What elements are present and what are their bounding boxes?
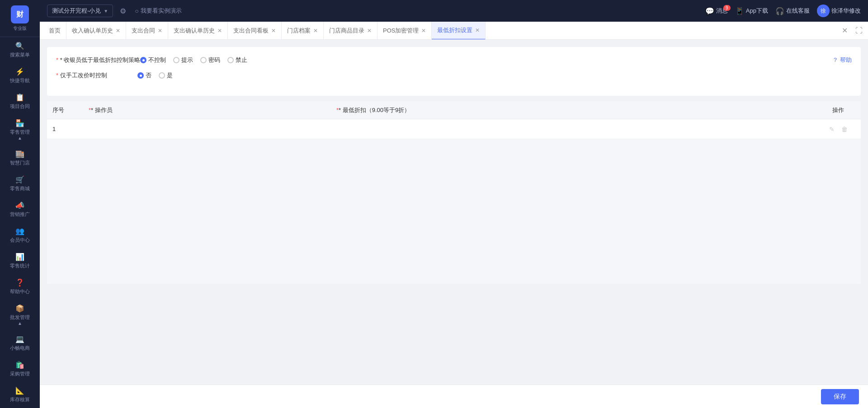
chevron-icon-10: ▲ xyxy=(18,321,22,326)
main-area: 测试分开完程-小兑 ▼ ⚙ 我要看实例演示 💬 消息 9 📱 App下载 🎧 在… xyxy=(40,0,868,408)
radio-option-2-否[interactable]: 否 xyxy=(137,71,151,80)
sidebar-icon-6: 📣 xyxy=(15,201,24,210)
delete-btn-0[interactable]: 🗑 xyxy=(839,124,850,135)
sidebar-item-10[interactable]: 📦 批发管理 ▲ xyxy=(0,300,40,330)
tab-close-8[interactable]: ✕ xyxy=(475,27,480,33)
form-row-1: * * 收银员低于最低折扣控制策略 不控制 提示 密码 禁止 ？ 帮助 xyxy=(56,56,852,64)
tab-2[interactable]: 支出合同✕ xyxy=(126,22,168,40)
sidebar-item-12[interactable]: 🛍️ 采购管理 xyxy=(0,356,40,382)
tab-3[interactable]: 支出确认单历史✕ xyxy=(168,22,228,40)
tabbar: 首页收入确认单历史✕支出合同✕支出确认单历史✕支出合同看板✕门店档案✕门店商品目… xyxy=(40,22,868,40)
radio-circle-不控制 xyxy=(140,57,146,63)
radio-circle-禁止 xyxy=(227,57,234,63)
sidebar-item-11[interactable]: 💻 小畅电商 xyxy=(0,330,40,356)
sidebar-item-4[interactable]: 🏬 智慧门店 xyxy=(0,145,40,171)
col-discount-header: ** 最低折扣（9.00等于9折） xyxy=(331,106,816,114)
radio-option-禁止[interactable]: 禁止 xyxy=(227,56,247,64)
radio-option-2-是[interactable]: 是 xyxy=(159,71,173,80)
radio-option-提示[interactable]: 提示 xyxy=(173,56,193,64)
save-button[interactable]: 保存 xyxy=(821,389,859,404)
topbar-settings-btn[interactable]: ⚙ xyxy=(117,5,129,17)
notifications-btn[interactable]: 💬 消息 9 xyxy=(705,7,728,15)
tab-5[interactable]: 门店档案✕ xyxy=(282,22,324,40)
sidebar-label-6: 营销推广 xyxy=(10,211,30,218)
online-service-btn[interactable]: 🎧 在线客服 xyxy=(775,7,810,15)
sidebar-icon-8: 📊 xyxy=(15,253,24,261)
sidebar-item-5[interactable]: 🛒 零售商城 xyxy=(0,171,40,197)
sidebar-icon-10: 📦 xyxy=(15,304,24,313)
tab-close-all-btn[interactable]: ✕ xyxy=(839,25,850,36)
discount-table: 序号 ** 操作员 ** 最低折扣（9.00等于9折） 操作 1 ✎ 🗑 xyxy=(47,101,861,284)
radio-circle-2-是 xyxy=(159,72,165,79)
cell-index-0: 1 xyxy=(47,126,83,132)
sidebar: 财 专业版 🔍 搜索菜单 ⚡ 快捷导航 📋 项目合同 🏪 零售管理 ▲ 🏬 智慧… xyxy=(0,0,40,408)
tab-label-4: 支出合同看板 xyxy=(233,27,269,35)
sidebar-icon-13: 📐 xyxy=(15,386,24,395)
radio-group-2: 否 是 xyxy=(137,71,173,80)
sidebar-label-12: 采购管理 xyxy=(10,370,30,377)
radio-label-不控制: 不控制 xyxy=(148,56,166,64)
sidebar-item-0[interactable]: 🔍 搜索菜单 xyxy=(0,37,40,63)
radio-option-密码[interactable]: 密码 xyxy=(200,56,220,64)
sidebar-icon-4: 🏬 xyxy=(15,150,24,158)
sidebar-item-13[interactable]: 📐 库存核算 xyxy=(0,382,40,408)
radio-circle-密码 xyxy=(200,57,207,63)
project-selector[interactable]: 测试分开完程-小兑 ▼ xyxy=(47,5,113,17)
content-area: * * 收银员低于最低折扣控制策略 不控制 提示 密码 禁止 ？ 帮助 xyxy=(40,40,868,385)
tab-expand-btn[interactable]: ⛶ xyxy=(854,25,864,36)
tab-close-5[interactable]: ✕ xyxy=(313,28,318,34)
user-menu[interactable]: 徐 徐泽华修改 xyxy=(817,5,861,17)
tab-label-3: 支出确认单历史 xyxy=(174,27,215,35)
tab-label-8: 最低折扣设置 xyxy=(437,26,472,34)
sidebar-label-3: 零售管理 xyxy=(10,129,30,136)
tab-4[interactable]: 支出合同看板✕ xyxy=(228,22,282,40)
tab-1[interactable]: 收入确认单历史✕ xyxy=(66,22,126,40)
tab-close-7[interactable]: ✕ xyxy=(421,28,426,34)
tab-label-0: 首页 xyxy=(49,27,61,35)
col-action-header: 操作 xyxy=(816,106,861,114)
online-service-label: 在线客服 xyxy=(786,7,810,15)
sidebar-label-1: 快捷导航 xyxy=(10,77,30,84)
sidebar-label-0: 搜索菜单 xyxy=(10,52,30,58)
tab-8[interactable]: 最低折扣设置✕ xyxy=(432,22,486,40)
tab-close-6[interactable]: ✕ xyxy=(367,28,372,34)
demo-link[interactable]: 我要看实例演示 xyxy=(135,7,181,15)
sidebar-item-7[interactable]: 👥 会员中心 xyxy=(0,222,40,248)
download-icon: 📱 xyxy=(735,7,744,15)
tab-close-1[interactable]: ✕ xyxy=(116,28,120,34)
sidebar-item-2[interactable]: 📋 项目合同 xyxy=(0,89,40,114)
app-download-label: App下载 xyxy=(746,7,768,15)
tab-7[interactable]: POS加密管理✕ xyxy=(377,22,432,40)
sidebar-item-6[interactable]: 📣 营销推广 xyxy=(0,197,40,222)
topbar: 测试分开完程-小兑 ▼ ⚙ 我要看实例演示 💬 消息 9 📱 App下载 🎧 在… xyxy=(40,0,868,22)
tab-close-4[interactable]: ✕ xyxy=(271,28,276,34)
sidebar-label-5: 零售商城 xyxy=(10,185,30,192)
tab-6[interactable]: 门店商品目录✕ xyxy=(324,22,377,40)
tab-0[interactable]: 首页 xyxy=(43,22,66,40)
edit-btn-0[interactable]: ✎ xyxy=(826,124,837,135)
sidebar-item-3[interactable]: 🏪 零售管理 ▲ xyxy=(0,114,40,145)
radio-circle-提示 xyxy=(173,57,179,63)
sidebar-label-2: 项目合同 xyxy=(10,103,30,110)
radio-option-不控制[interactable]: 不控制 xyxy=(140,56,166,64)
sidebar-item-9[interactable]: ❓ 帮助中心 xyxy=(0,274,40,300)
sidebar-label-10: 批发管理 xyxy=(10,314,30,321)
table-header: 序号 ** 操作员 ** 最低折扣（9.00等于9折） 操作 xyxy=(47,101,861,119)
sidebar-item-8[interactable]: 📊 零售统计 xyxy=(0,248,40,274)
tab-close-3[interactable]: ✕ xyxy=(217,28,222,34)
logo-icon: 财 xyxy=(11,5,29,23)
notifications-badge: 9 xyxy=(723,5,731,11)
chevron-down-icon: ▼ xyxy=(104,9,108,14)
col-operator-label: * 操作员 xyxy=(91,107,113,113)
sidebar-item-1[interactable]: ⚡ 快捷导航 xyxy=(0,63,40,89)
app-download-btn[interactable]: 📱 App下载 xyxy=(735,7,768,15)
chevron-icon-3: ▲ xyxy=(18,136,22,141)
required-mark-2: * xyxy=(56,72,58,79)
help-icon: ？ xyxy=(832,56,838,64)
tab-close-2[interactable]: ✕ xyxy=(158,28,162,34)
help-link[interactable]: ？ 帮助 xyxy=(832,56,852,64)
radio-label-2-是: 是 xyxy=(167,71,173,80)
cell-action-0: ✎ 🗑 xyxy=(816,124,861,135)
tab-label-7: POS加密管理 xyxy=(383,27,419,35)
form-row-2: * 仅手工改价时控制 否 是 xyxy=(56,71,852,80)
